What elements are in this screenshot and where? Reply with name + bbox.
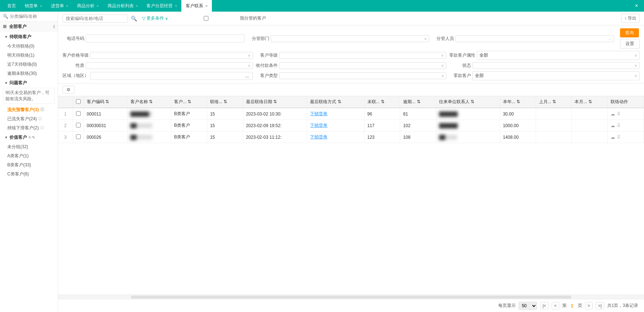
region-dots[interactable]: ... bbox=[244, 73, 250, 78]
sidebar-item-ungroups[interactable]: 未分组(32) bbox=[0, 142, 58, 151]
tab-customer-contact[interactable]: 客户联系 × bbox=[181, 0, 212, 12]
sidebar-item-churned[interactable]: 已流失客户(24) ⓘ bbox=[0, 114, 58, 123]
cell-checkbox[interactable] bbox=[73, 108, 84, 120]
col-overdue[interactable]: 逾期... ⇅ bbox=[400, 96, 436, 108]
next-page-btn[interactable]: > bbox=[585, 302, 593, 309]
query-button[interactable]: 查询 bbox=[620, 28, 639, 37]
cell-last-contact-method[interactable]: 下销货单 bbox=[307, 108, 364, 120]
sidebar-item-declining[interactable]: 持续下滑客户(2) ⓘ bbox=[0, 123, 58, 133]
action-more-icon[interactable]: ⠿ bbox=[617, 112, 620, 117]
close-customer-segment-icon[interactable]: × bbox=[175, 4, 177, 8]
col-last-contact-date[interactable]: 最后联络日期 ⇅ bbox=[243, 96, 307, 108]
search-button-icon[interactable]: 🔍 bbox=[131, 16, 137, 21]
payment-select[interactable]: ∨ bbox=[279, 62, 446, 69]
my-customers-checkbox-label[interactable]: 我分管的客户 bbox=[173, 15, 266, 21]
col-type[interactable]: 客户... ⇅ bbox=[171, 96, 207, 108]
col-last-contact-method[interactable]: 最后联络方式 ⇅ bbox=[307, 96, 364, 108]
settings-cols-btn[interactable]: ⚙ bbox=[63, 86, 75, 94]
col-this-month[interactable]: 本月... ⇅ bbox=[572, 96, 608, 108]
close-sales-order-icon[interactable]: × bbox=[40, 4, 42, 8]
refresh-icon[interactable]: ↻ bbox=[28, 135, 31, 139]
close-purchase-order-icon[interactable]: × bbox=[66, 4, 68, 8]
row-checkbox-2[interactable] bbox=[76, 134, 81, 139]
col-contact-person[interactable]: 往来单位联系人 ⇅ bbox=[436, 96, 500, 108]
nav-home[interactable]: 首页 bbox=[3, 3, 20, 9]
action-contact-icon[interactable]: ☁ bbox=[611, 135, 615, 140]
customer-type-select[interactable]: ∨ bbox=[279, 72, 446, 79]
sidebar-item-class-b[interactable]: B类客户(33) bbox=[0, 161, 58, 170]
content-area: 🔍 ▽ 更多条件 ∨ 我分管的客户 ↑ 导出 电话号码 bbox=[58, 12, 644, 312]
sidebar-item-overdue[interactable]: 逾期未联络(30) bbox=[0, 69, 58, 78]
sidebar-search-input[interactable] bbox=[10, 14, 58, 19]
sidebar-item-class-a[interactable]: A类客户(1) bbox=[0, 151, 58, 161]
horizontal-scrollbar[interactable] bbox=[58, 295, 644, 299]
sidebar-item-tomorrow[interactable]: 明天待联络(1) bbox=[0, 51, 58, 60]
col-contact[interactable]: 联络... ⇅ bbox=[207, 96, 243, 108]
action-contact-icon[interactable]: ☁ bbox=[611, 123, 615, 128]
sidebar-group-problem[interactable]: ▼ 问题客户 bbox=[0, 78, 58, 88]
region-select[interactable]: ... bbox=[90, 72, 253, 80]
customer-level-label: 客户等级 bbox=[256, 52, 278, 58]
search-input[interactable] bbox=[63, 15, 128, 23]
tab-sales-order[interactable]: 销货单 × bbox=[20, 0, 47, 12]
row-checkbox-1[interactable] bbox=[76, 123, 81, 127]
sidebar-item-class-c[interactable]: C类客户(6) bbox=[0, 170, 58, 179]
cell-actions[interactable]: ☁ ⠿ bbox=[608, 131, 644, 143]
cell-no-contact: 96 bbox=[364, 108, 400, 120]
phone-input[interactable] bbox=[86, 35, 245, 42]
col-code[interactable]: 客户编码 ⇅ bbox=[84, 96, 127, 108]
sidebar-group-pending[interactable]: ▼ 待联络客户 bbox=[0, 32, 58, 42]
all-customers-header[interactable]: ⊞ 全部客户 《 bbox=[0, 21, 58, 32]
cell-last-contact-method[interactable]: 下销货单 bbox=[307, 120, 364, 131]
action-contact-icon[interactable]: ☁ bbox=[611, 112, 615, 117]
cell-last-contact-method[interactable]: 下销货单 bbox=[307, 131, 364, 143]
cell-contact: 15 bbox=[207, 108, 243, 120]
close-product-analysis-list-icon[interactable]: × bbox=[136, 4, 138, 8]
col-checkbox[interactable] bbox=[73, 96, 84, 108]
scroll-track[interactable] bbox=[131, 296, 571, 299]
sidebar-group-value[interactable]: ▼ 价值客户 ↻ ✎ bbox=[0, 133, 58, 142]
tab-product-analysis[interactable]: 商品分析 × bbox=[73, 0, 103, 12]
close-product-analysis-icon[interactable]: × bbox=[97, 4, 99, 8]
my-customers-checkbox[interactable] bbox=[173, 16, 239, 21]
col-last-month[interactable]: 上月... ⇅ bbox=[536, 96, 572, 108]
price-level-select[interactable]: ∨ bbox=[90, 52, 253, 59]
tab-product-analysis-list[interactable]: 商品分析列表 × bbox=[103, 0, 142, 12]
col-name[interactable]: 客户名称 ⇅ bbox=[127, 96, 171, 108]
cell-last-contact-date: 2023-02-09 19:52: bbox=[243, 120, 307, 131]
gender-select[interactable]: ∨ bbox=[86, 62, 253, 69]
select-all-checkbox[interactable] bbox=[76, 99, 81, 104]
close-all-button[interactable]: × bbox=[632, 3, 641, 9]
sidebar-item-7days[interactable]: 近7天待联络(0) bbox=[0, 60, 58, 69]
cell-checkbox[interactable] bbox=[73, 120, 84, 131]
sidebar-collapse-btn[interactable]: 《 bbox=[51, 24, 55, 29]
customer-level-select[interactable]: ∨ bbox=[279, 52, 446, 59]
per-page-select[interactable]: 50 100 bbox=[519, 302, 537, 310]
first-page-btn[interactable]: |< bbox=[540, 302, 549, 309]
cell-actions[interactable]: ☁ ⠿ bbox=[608, 120, 644, 131]
prev-page-btn[interactable]: < bbox=[552, 302, 559, 309]
cell-this-month bbox=[572, 120, 608, 131]
zero-attr-select[interactable]: 全部 ∨ bbox=[477, 51, 640, 60]
last-page-btn[interactable]: >| bbox=[596, 302, 604, 309]
col-no-contact[interactable]: 未联... ⇅ bbox=[364, 96, 400, 108]
manager-select[interactable]: ... bbox=[455, 35, 614, 42]
action-more-icon[interactable]: ⠿ bbox=[617, 123, 620, 128]
sidebar-item-churn-warning[interactable]: 流失预警客户(3) ⓘ bbox=[0, 105, 58, 114]
cell-actions[interactable]: ☁ ⠿ bbox=[608, 108, 644, 120]
status-select[interactable]: ∨ bbox=[472, 62, 640, 69]
zero-customer-select[interactable]: 全部 ∨ bbox=[472, 71, 640, 80]
action-more-icon[interactable]: ⠿ bbox=[617, 135, 620, 140]
edit-icon[interactable]: ✎ bbox=[32, 135, 35, 139]
export-button[interactable]: ↑ 导出 bbox=[621, 14, 640, 23]
more-conditions-btn[interactable]: ▽ 更多条件 ∨ bbox=[140, 15, 170, 22]
tab-customer-segment[interactable]: 客户分层经营 × bbox=[142, 0, 181, 12]
sidebar-item-today[interactable]: 今天待联络(0) bbox=[0, 42, 58, 51]
close-customer-contact-icon[interactable]: × bbox=[205, 4, 208, 8]
tab-purchase-order[interactable]: 进货单 × bbox=[47, 0, 73, 12]
settings-button[interactable]: 设置 bbox=[620, 39, 640, 49]
row-checkbox-0[interactable] bbox=[76, 111, 81, 116]
dept-select[interactable]: ∨ bbox=[271, 35, 430, 42]
cell-checkbox[interactable] bbox=[73, 131, 84, 143]
col-this-year[interactable]: 本年... ⇅ bbox=[500, 96, 536, 108]
